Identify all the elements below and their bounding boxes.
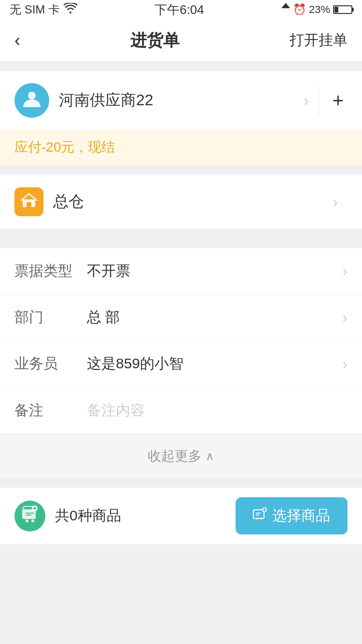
open-pending-button[interactable]: 打开挂单 (290, 30, 348, 50)
form-row-department[interactable]: 部门 总 部 › (0, 294, 362, 341)
invoice-value: 不开票 (82, 261, 342, 281)
page-title: 进货单 (130, 29, 180, 52)
collapse-row[interactable]: 收起更多 ∧ (0, 434, 362, 478)
product-count-text: 共0种商品 (55, 506, 236, 526)
section-gap-2 (0, 229, 362, 238)
supplier-chevron-icon: › (304, 92, 309, 110)
invoice-label: 票据类型 (14, 261, 82, 281)
department-value: 总 部 (82, 308, 342, 327)
cart-icon-wrap (14, 501, 45, 532)
svg-point-8 (256, 518, 258, 519)
svg-point-0 (28, 92, 36, 99)
form-row-invoice[interactable]: 票据类型 不开票 › (0, 248, 362, 294)
salesperson-label: 业务员 (14, 354, 82, 374)
remark-label: 备注 (14, 401, 82, 420)
invoice-chevron-icon: › (342, 262, 348, 280)
warehouse-icon-wrap (14, 187, 43, 216)
add-button[interactable]: + (319, 86, 348, 115)
wifi-icon (64, 3, 77, 16)
status-left: 无 SIM 卡 (10, 2, 77, 17)
select-product-button[interactable]: 选择商品 (236, 497, 348, 534)
status-time: 下午6:04 (154, 1, 204, 18)
nav-bar: ‹ 进货单 打开挂单 (0, 19, 362, 62)
battery-icon (333, 5, 352, 14)
select-product-icon (253, 507, 267, 524)
carrier-text: 无 SIM 卡 (10, 2, 60, 17)
warehouse-icon (21, 192, 37, 212)
section-gap-1 (0, 62, 362, 71)
svg-point-9 (260, 518, 262, 519)
form-section: 票据类型 不开票 › 部门 总 部 › 业务员 这是859的小智 › 备注 备注… (0, 248, 362, 434)
supplier-name: 河南供应商22 (59, 90, 304, 111)
add-icon: + (333, 90, 344, 112)
department-label: 部门 (14, 308, 82, 327)
product-bar: 共0种商品 选择商品 (0, 488, 362, 544)
svg-point-4 (26, 519, 28, 522)
supplier-row[interactable]: 河南供应商22 › + (0, 71, 362, 129)
avatar-icon (22, 89, 42, 112)
notice-banner: 应付-20元，现结 (0, 129, 362, 165)
department-chevron-icon: › (342, 308, 348, 326)
status-bar: 无 SIM 卡 下午6:04 ⏰ 23% (0, 0, 362, 19)
warehouse-name: 总仓 (53, 191, 333, 212)
salesperson-value: 这是859的小智 (82, 354, 342, 374)
svg-point-5 (31, 519, 34, 522)
svg-rect-2 (27, 202, 31, 207)
salesperson-chevron-icon: › (342, 355, 348, 373)
location-icon (281, 3, 290, 16)
form-row-salesperson[interactable]: 业务员 这是859的小智 › (0, 341, 362, 387)
select-product-label: 选择商品 (272, 506, 330, 526)
svg-rect-7 (253, 510, 264, 518)
form-row-remark[interactable]: 备注 备注内容 (0, 387, 362, 434)
alarm-icon: ⏰ (293, 3, 306, 16)
remark-placeholder[interactable]: 备注内容 (82, 401, 348, 420)
warehouse-row[interactable]: 总仓 › (0, 175, 362, 229)
collapse-arrow-icon: ∧ (206, 449, 214, 463)
notice-text: 应付-20元，现结 (14, 140, 115, 154)
status-right: ⏰ 23% (281, 3, 352, 16)
cart-icon (21, 505, 39, 527)
back-button[interactable]: ‹ (14, 30, 20, 51)
collapse-label: 收起更多 (148, 447, 202, 465)
supplier-card: 河南供应商22 › + 应付-20元，现结 (0, 71, 362, 165)
collapse-text: 收起更多 ∧ (148, 447, 214, 465)
warehouse-chevron-icon: › (333, 193, 338, 211)
battery-percent: 23% (309, 3, 330, 16)
avatar (14, 83, 49, 118)
